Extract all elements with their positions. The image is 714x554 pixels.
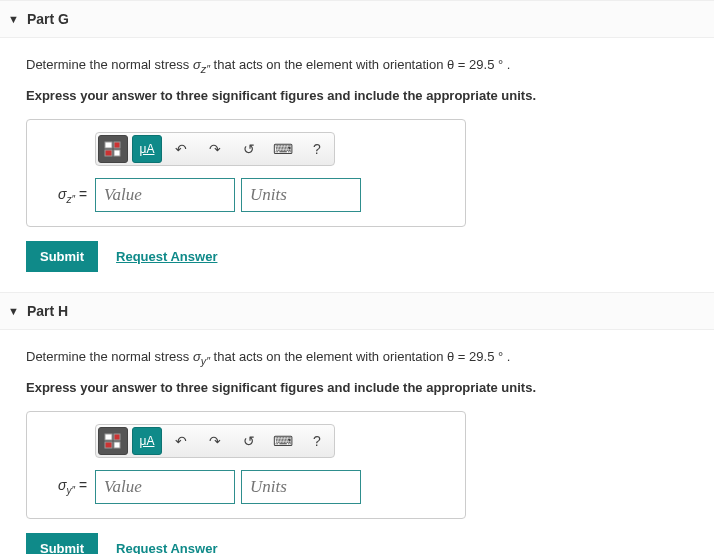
value-input[interactable] (95, 470, 235, 504)
variable-label: σy″ = (41, 477, 89, 496)
part-h-header[interactable]: ▼ Part H (0, 292, 714, 330)
redo-icon[interactable]: ↷ (200, 427, 230, 455)
part-h-block: ▼ Part H Determine the normal stress σy″… (0, 292, 714, 554)
part-g-body: Determine the normal stress σz″ that act… (0, 38, 714, 272)
svg-rect-2 (105, 150, 112, 156)
variable-label: σz″ = (41, 186, 89, 205)
part-g-block: ▼ Part G Determine the normal stress σz″… (0, 0, 714, 292)
undo-icon[interactable]: ↶ (166, 135, 196, 163)
help-icon[interactable]: ? (302, 135, 332, 163)
svg-rect-4 (105, 434, 112, 440)
value-input[interactable] (95, 178, 235, 212)
keyboard-icon[interactable]: ⌨ (268, 427, 298, 455)
submit-button[interactable]: Submit (26, 533, 98, 554)
instruction-text: Express your answer to three significant… (26, 87, 688, 105)
formatting-toolbar: μA ↶ ↷ ↺ ⌨ ? (95, 132, 335, 166)
formatting-toolbar: μA ↶ ↷ ↺ ⌨ ? (95, 424, 335, 458)
template-picker-icon[interactable] (98, 427, 128, 455)
units-input[interactable] (241, 470, 361, 504)
part-g-header[interactable]: ▼ Part G (0, 0, 714, 38)
svg-rect-5 (114, 434, 120, 440)
reset-icon[interactable]: ↺ (234, 427, 264, 455)
template-picker-icon[interactable] (98, 135, 128, 163)
instruction-text: Express your answer to three significant… (26, 379, 688, 397)
part-title: Part H (27, 303, 68, 319)
submit-button[interactable]: Submit (26, 241, 98, 272)
svg-rect-6 (105, 442, 112, 448)
svg-rect-1 (114, 142, 120, 148)
prompt-text: Determine the normal stress σy″ that act… (26, 348, 688, 369)
collapse-caret-icon: ▼ (8, 13, 19, 25)
input-row: σz″ = (41, 178, 451, 212)
units-mu-button[interactable]: μA (132, 135, 162, 163)
answer-box: μA ↶ ↷ ↺ ⌨ ? σz″ = (26, 119, 466, 227)
action-row: Submit Request Answer (26, 533, 688, 554)
prompt-text: Determine the normal stress σz″ that act… (26, 56, 688, 77)
collapse-caret-icon: ▼ (8, 305, 19, 317)
answer-box: μA ↶ ↷ ↺ ⌨ ? σy″ = (26, 411, 466, 519)
part-h-body: Determine the normal stress σy″ that act… (0, 330, 714, 554)
stress-symbol: σy″ (193, 349, 210, 364)
svg-rect-0 (105, 142, 112, 148)
request-answer-link[interactable]: Request Answer (116, 249, 217, 264)
svg-rect-3 (114, 150, 120, 156)
undo-icon[interactable]: ↶ (166, 427, 196, 455)
input-row: σy″ = (41, 470, 451, 504)
request-answer-link[interactable]: Request Answer (116, 541, 217, 554)
part-title: Part G (27, 11, 69, 27)
units-mu-button[interactable]: μA (132, 427, 162, 455)
reset-icon[interactable]: ↺ (234, 135, 264, 163)
redo-icon[interactable]: ↷ (200, 135, 230, 163)
svg-rect-7 (114, 442, 120, 448)
keyboard-icon[interactable]: ⌨ (268, 135, 298, 163)
units-input[interactable] (241, 178, 361, 212)
help-icon[interactable]: ? (302, 427, 332, 455)
stress-symbol: σz″ (193, 57, 210, 72)
action-row: Submit Request Answer (26, 241, 688, 272)
